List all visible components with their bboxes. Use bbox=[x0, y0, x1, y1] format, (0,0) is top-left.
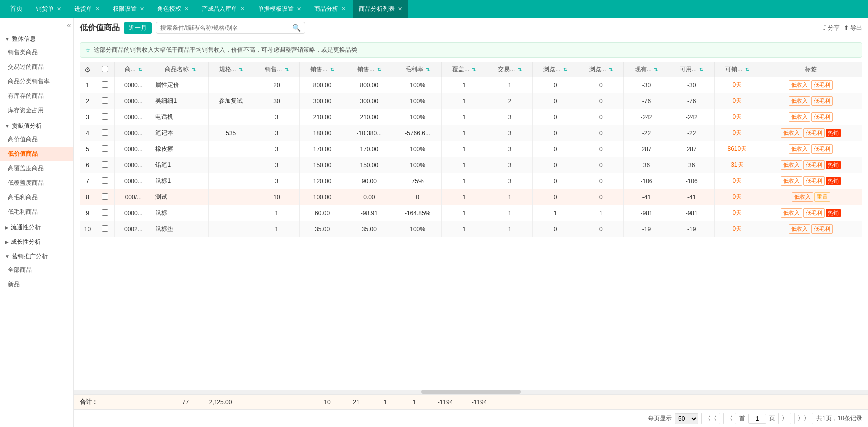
nav-permissions-close[interactable]: ✕ bbox=[140, 6, 144, 12]
sidebar-item-category-sales-rate[interactable]: 商品分类销售率 bbox=[0, 74, 73, 89]
cell-browse1[interactable]: 0 bbox=[533, 125, 578, 141]
th-s3[interactable]: 销售... ⇅ bbox=[345, 62, 393, 77]
th-cover[interactable]: 覆盖... ⇅ bbox=[441, 62, 487, 77]
cell-browse1[interactable]: 0 bbox=[533, 173, 578, 189]
browse1-link[interactable]: 0 bbox=[554, 178, 557, 185]
nav-purchase[interactable]: 进货单 ✕ bbox=[68, 0, 106, 18]
sidebar-group-marketing[interactable]: ▼ 营销推广分析 bbox=[0, 248, 73, 263]
sidebar-group-contribution[interactable]: ▼ 贡献值分析 bbox=[0, 118, 73, 132]
browse1-link[interactable]: 0 bbox=[554, 114, 557, 121]
sidebar-item-high-margin[interactable]: 高毛利商品 bbox=[0, 190, 73, 205]
browse1-link[interactable]: 0 bbox=[554, 146, 557, 153]
nav-permissions[interactable]: 权限设置 ✕ bbox=[107, 0, 150, 18]
sidebar-group-growth[interactable]: ▶ 成长性分析 bbox=[0, 234, 73, 248]
cell-checkbox[interactable] bbox=[95, 109, 115, 125]
sidebar-item-sales-products[interactable]: 销售类商品 bbox=[0, 45, 73, 60]
browse1-link[interactable]: 0 bbox=[554, 82, 557, 89]
th-code[interactable]: 商... ⇅ bbox=[115, 62, 152, 77]
browse1-link[interactable]: 0 bbox=[554, 130, 557, 137]
nav-sales-close[interactable]: ✕ bbox=[57, 6, 61, 12]
nav-template[interactable]: 单据模板设置 ✕ bbox=[252, 0, 307, 18]
sidebar-item-stock-capital[interactable]: 库存资金占用 bbox=[0, 103, 73, 118]
cell-checkbox[interactable] bbox=[95, 189, 115, 205]
nav-product-analysis[interactable]: 商品分析 ✕ bbox=[308, 0, 352, 18]
nav-inventory-close[interactable]: ✕ bbox=[240, 6, 245, 12]
cell-checkbox[interactable] bbox=[95, 221, 115, 237]
btn-share[interactable]: ⤴ 分享 bbox=[823, 24, 840, 32]
cell-browse1[interactable]: 0 bbox=[533, 189, 578, 205]
search-input[interactable] bbox=[160, 24, 290, 31]
btn-recent-month[interactable]: 近一月 bbox=[124, 22, 152, 34]
current-page-input[interactable] bbox=[748, 414, 766, 424]
cell-browse1[interactable]: 0 bbox=[533, 77, 578, 93]
sidebar-item-traded-products[interactable]: 交易过的商品 bbox=[0, 60, 73, 74]
nav-product-analysis-list-close[interactable]: ✕ bbox=[398, 6, 402, 12]
browse1-link[interactable]: 0 bbox=[554, 226, 557, 233]
th-trade[interactable]: 交易... ⇅ bbox=[487, 62, 532, 77]
row-checkbox[interactable] bbox=[102, 97, 108, 104]
th-tags[interactable]: 标签 bbox=[760, 62, 862, 77]
cell-browse1[interactable]: 0 bbox=[533, 221, 578, 237]
th-sale[interactable]: 可销... ⇅ bbox=[714, 62, 760, 77]
sidebar-item-high-value[interactable]: 高价值商品 bbox=[0, 132, 73, 147]
browse1-link[interactable]: 0 bbox=[554, 194, 557, 201]
prev-page-btn[interactable]: 〈 bbox=[723, 413, 736, 424]
row-checkbox[interactable] bbox=[102, 193, 108, 200]
cell-browse1[interactable]: 0 bbox=[533, 93, 578, 109]
row-checkbox[interactable] bbox=[102, 177, 108, 184]
th-stock[interactable]: 现有... ⇅ bbox=[624, 62, 669, 77]
nav-product-analysis-close[interactable]: ✕ bbox=[341, 6, 346, 12]
per-page-select[interactable]: 50 100 200 bbox=[675, 413, 698, 424]
cell-browse1[interactable]: 1 bbox=[533, 205, 578, 221]
nav-inventory[interactable]: 产成品入库单 ✕ bbox=[196, 0, 251, 18]
th-s2[interactable]: 销售... ⇅ bbox=[300, 62, 345, 77]
th-browse1[interactable]: 浏览... ⇅ bbox=[533, 62, 578, 77]
cell-browse1[interactable]: 0 bbox=[533, 141, 578, 157]
nav-product-analysis-list[interactable]: 商品分析列表 ✕ bbox=[353, 0, 408, 18]
sidebar-item-stocked-products[interactable]: 有库存的商品 bbox=[0, 89, 73, 103]
nav-roles[interactable]: 角色授权 ✕ bbox=[151, 0, 195, 18]
nav-purchase-close[interactable]: ✕ bbox=[95, 6, 100, 12]
sidebar-collapse-btn[interactable]: « bbox=[67, 21, 71, 30]
row-checkbox[interactable] bbox=[102, 225, 108, 232]
th-gross[interactable]: 毛利率 ⇅ bbox=[393, 62, 441, 77]
nav-sales[interactable]: 销货单 ✕ bbox=[30, 0, 67, 18]
sidebar-group-overall[interactable]: ▼ 整体信息 bbox=[0, 31, 73, 45]
next-page-btn[interactable]: 〉 bbox=[778, 413, 791, 424]
th-browse2[interactable]: 浏览... ⇅ bbox=[578, 62, 624, 77]
sidebar-item-low-coverage[interactable]: 低覆盖度商品 bbox=[0, 176, 73, 190]
nav-roles-close[interactable]: ✕ bbox=[184, 6, 189, 12]
browse1-link[interactable]: 1 bbox=[554, 210, 557, 217]
sidebar-item-new-products[interactable]: 新品 bbox=[0, 277, 73, 292]
btn-export[interactable]: ⬆ 导出 bbox=[844, 24, 862, 32]
th-settings[interactable]: ⚙ bbox=[80, 62, 95, 77]
row-checkbox[interactable] bbox=[102, 81, 108, 88]
sidebar-item-all-products[interactable]: 全部商品 bbox=[0, 263, 73, 277]
th-name[interactable]: 商品名称 ⇅ bbox=[152, 62, 208, 77]
th-checkbox[interactable] bbox=[95, 62, 115, 77]
cell-checkbox[interactable] bbox=[95, 93, 115, 109]
select-all-checkbox[interactable] bbox=[102, 66, 108, 72]
th-spec[interactable]: 规格... ⇅ bbox=[208, 62, 254, 77]
search-icon[interactable]: 🔍 bbox=[292, 24, 301, 32]
row-checkbox[interactable] bbox=[102, 113, 108, 120]
cell-browse1[interactable]: 0 bbox=[533, 157, 578, 173]
sidebar-item-low-margin[interactable]: 低毛利商品 bbox=[0, 205, 73, 219]
sidebar-item-low-value[interactable]: 低价值商品 bbox=[0, 147, 73, 161]
sidebar-group-liquidity[interactable]: ▶ 流通性分析 bbox=[0, 219, 73, 234]
th-avail[interactable]: 可用... ⇅ bbox=[669, 62, 714, 77]
table-scrollbar[interactable] bbox=[74, 390, 868, 394]
row-checkbox[interactable] bbox=[102, 145, 108, 152]
browse1-link[interactable]: 0 bbox=[554, 98, 557, 105]
sidebar-item-high-coverage[interactable]: 高覆盖度商品 bbox=[0, 161, 73, 176]
cell-checkbox[interactable] bbox=[95, 125, 115, 141]
nav-home[interactable]: 首页 bbox=[4, 0, 29, 18]
cell-checkbox[interactable] bbox=[95, 157, 115, 173]
cell-checkbox[interactable] bbox=[95, 205, 115, 221]
cell-checkbox[interactable] bbox=[95, 173, 115, 189]
cell-browse1[interactable]: 0 bbox=[533, 109, 578, 125]
th-s1[interactable]: 销售... ⇅ bbox=[254, 62, 299, 77]
nav-template-close[interactable]: ✕ bbox=[297, 6, 301, 12]
row-checkbox[interactable] bbox=[102, 209, 108, 216]
last-page-btn[interactable]: 〉〉 bbox=[794, 413, 813, 424]
